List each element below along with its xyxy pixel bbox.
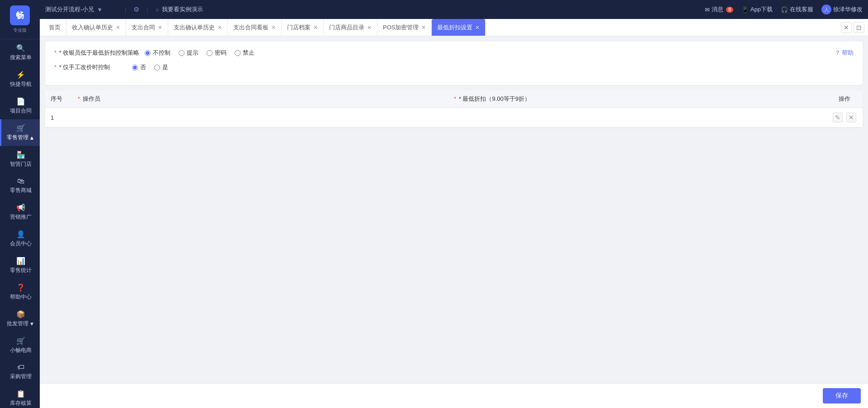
tab-close-all-button[interactable]: ✕ xyxy=(841,22,852,33)
radio-no-input[interactable] xyxy=(132,65,138,70)
tabbar-end: ✕ ⊡ xyxy=(837,22,864,33)
help-icon: ❓ xyxy=(3,283,38,292)
tab-payout-confirm-close[interactable]: ✕ xyxy=(217,25,222,30)
sidebar-item-inventory-label: 库存核算 xyxy=(3,399,38,407)
chevron-down-icon: ▼ xyxy=(29,321,35,327)
tab-payout-board-close[interactable]: ✕ xyxy=(271,25,276,30)
radio-password[interactable]: 密码 xyxy=(207,49,226,57)
save-button[interactable]: 保存 xyxy=(823,388,861,403)
sidebar-item-inventory[interactable]: 📋 库存核算 xyxy=(0,385,40,408)
tab-payout-close[interactable]: ✕ xyxy=(158,25,162,30)
chevron-down-icon: ▼ xyxy=(97,6,103,13)
col-discount-header: * * 最低折扣（9.00等于9折） xyxy=(448,90,826,108)
discount-strategy-row: * * 收银员低于最低折扣控制策略 不控制 提示 xyxy=(54,49,835,57)
radio-tip-label: 提示 xyxy=(187,49,198,57)
message-action[interactable]: ✉ 消息 8 xyxy=(705,5,733,14)
discount-strategy-options: 不控制 提示 密码 禁 xyxy=(145,49,255,57)
sidebar-item-wholesale[interactable]: 📦 批发管理 ▼ xyxy=(0,305,40,332)
app-download-action[interactable]: 📱 App下载 xyxy=(741,5,773,14)
tab-store-file-close[interactable]: ✕ xyxy=(313,25,318,30)
tab-store-product-close[interactable]: ✕ xyxy=(367,25,372,30)
project-icon: 📄 xyxy=(3,97,38,106)
sidebar-item-shortcut[interactable]: ⚡ 快捷导航 xyxy=(0,66,40,93)
sidebar-item-ecommerce[interactable]: 🛒 小畅电商 xyxy=(0,332,40,359)
inventory-icon: 📋 xyxy=(3,389,38,398)
message-label: 消息 xyxy=(712,5,723,14)
search-icon: 🔍 xyxy=(3,44,38,52)
topbar-separator: | xyxy=(125,6,126,13)
smart-store-icon: 🏪 xyxy=(3,150,38,159)
tab-income-close[interactable]: ✕ xyxy=(116,25,120,30)
topbar-right: ✉ 消息 8 📱 App下载 🎧 在线客服 人 徐泽华修改 xyxy=(705,5,863,14)
sidebar-item-smart-store[interactable]: 🏪 智营门店 xyxy=(0,146,40,173)
discount-input[interactable] xyxy=(454,114,821,121)
tab-payout-confirm[interactable]: 支出确认单历史 ✕ xyxy=(168,19,228,36)
retail-stat-icon: 📊 xyxy=(3,257,38,265)
sidebar-item-member[interactable]: 👤 会员中心 xyxy=(0,225,40,252)
table-header-row: 序号 * 操作员 * * 最低折扣（9.00等于9折） 操作 xyxy=(45,90,863,108)
tab-home[interactable]: 首页 xyxy=(43,19,66,36)
sidebar: 畅 专业版 🔍 搜索菜单 ⚡ 快捷导航 📄 项目合同 🛒 零售管理 ▲ 🏪 智营… xyxy=(0,0,40,408)
sidebar-item-retail-stat[interactable]: 📊 零售统计 xyxy=(0,252,40,279)
tab-store-file[interactable]: 门店档案 ✕ xyxy=(282,19,324,36)
operator-input[interactable] xyxy=(78,114,443,121)
tab-pos[interactable]: POS加密管理 ✕ xyxy=(377,19,432,36)
radio-password-input[interactable] xyxy=(207,50,212,56)
table-row: 1 ✎ ✕ xyxy=(45,108,863,127)
topbar: 测试分开流程-小兄 ▼ | ⚙ | ○ 我要看实例演示 ✉ 消息 8 📱 App… xyxy=(40,0,868,19)
radio-password-label: 密码 xyxy=(215,49,226,57)
radio-none-label: 不控制 xyxy=(153,49,170,57)
user-action[interactable]: 人 徐泽华修改 xyxy=(821,5,863,14)
radio-yes[interactable]: 是 xyxy=(154,63,168,71)
logo-text: 专业版 xyxy=(4,27,36,33)
radio-forbid-input[interactable] xyxy=(235,50,241,56)
row-operator[interactable] xyxy=(72,108,448,127)
sidebar-item-member-label: 会员中心 xyxy=(3,240,38,248)
message-badge: 8 xyxy=(726,7,733,13)
sidebar-item-project[interactable]: 📄 项目合同 xyxy=(0,93,40,119)
topbar-project-title: 测试分开流程-小兄 ▼ xyxy=(45,5,118,14)
settings-form-card: * * 收银员低于最低折扣控制策略 不控制 提示 xyxy=(45,42,863,85)
delete-button[interactable]: ✕ xyxy=(846,113,856,122)
message-icon: ✉ xyxy=(705,6,710,13)
topbar-separator2: | xyxy=(146,6,148,13)
app-logo: 畅 专业版 xyxy=(0,0,40,39)
retail-mall-icon: 🛍 xyxy=(3,177,38,185)
radio-none[interactable]: 不控制 xyxy=(145,49,170,57)
table-scroll[interactable]: 序号 * 操作员 * * 最低折扣（9.00等于9折） 操作 xyxy=(45,90,863,127)
radio-tip-input[interactable] xyxy=(179,50,184,56)
radio-forbid[interactable]: 禁止 xyxy=(235,49,255,57)
tab-discount-label: 最低折扣设置 xyxy=(437,23,472,32)
tab-discount-close[interactable]: ✕ xyxy=(475,25,480,30)
sidebar-item-purchase[interactable]: 🏷 采购管理 xyxy=(0,359,40,385)
radio-tip[interactable]: 提示 xyxy=(179,49,198,57)
tab-discount[interactable]: 最低折扣设置 ✕ xyxy=(432,19,486,36)
row-discount[interactable] xyxy=(448,108,826,127)
radio-none-input[interactable] xyxy=(145,50,151,56)
help-link[interactable]: ？ 帮助 xyxy=(835,49,854,57)
sidebar-item-search[interactable]: 🔍 搜索菜单 xyxy=(0,39,40,66)
sidebar-item-marketing[interactable]: 📢 营销推广 xyxy=(0,199,40,225)
retail-icon: 🛒 xyxy=(3,124,38,132)
sidebar-item-help[interactable]: ❓ 帮助中心 xyxy=(0,279,40,305)
demo-link[interactable]: ○ 我要看实例演示 xyxy=(156,5,203,14)
sidebar-item-retail-mall[interactable]: 🛍 零售商城 xyxy=(0,173,40,199)
required-star: * xyxy=(54,49,57,56)
radio-no[interactable]: 否 xyxy=(132,63,146,71)
discount-strategy-label: * * 收银员低于最低折扣控制策略 xyxy=(54,49,139,57)
tab-payout[interactable]: 支出合同 ✕ xyxy=(126,19,168,36)
tab-expand-button[interactable]: ⊡ xyxy=(854,22,864,33)
edit-button[interactable]: ✎ xyxy=(833,113,843,122)
sidebar-item-retail[interactable]: 🛒 零售管理 ▲ xyxy=(0,119,40,146)
sidebar-item-wholesale-label: 批发管理 xyxy=(7,320,28,328)
topbar-settings-icon[interactable]: ⚙ xyxy=(133,5,139,14)
online-service-action[interactable]: 🎧 在线客服 xyxy=(781,5,813,14)
tab-store-product-label: 门店商品目录 xyxy=(329,23,364,32)
tab-income[interactable]: 收入确认单历史 ✕ xyxy=(66,19,126,36)
user-avatar: 人 xyxy=(821,5,831,14)
tab-payout-board[interactable]: 支出合同看板 ✕ xyxy=(228,19,282,36)
help-label: 帮助 xyxy=(842,49,854,57)
tab-store-product[interactable]: 门店商品目录 ✕ xyxy=(324,19,377,36)
tab-pos-close[interactable]: ✕ xyxy=(421,25,426,30)
radio-yes-input[interactable] xyxy=(154,65,160,70)
